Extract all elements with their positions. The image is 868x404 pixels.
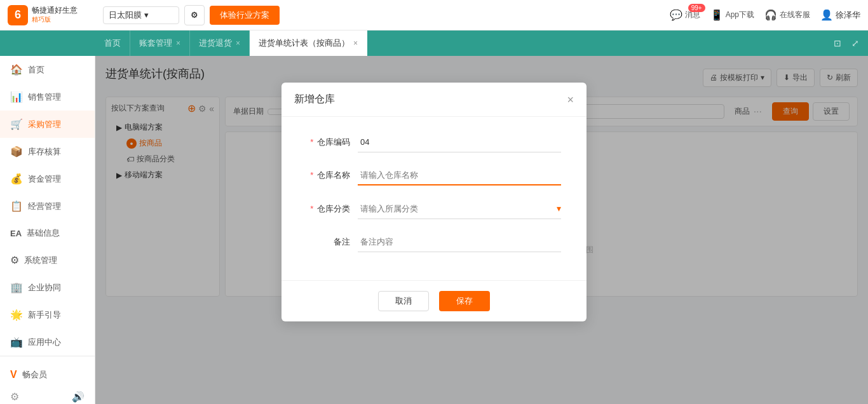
member-icon: V [10,369,17,380]
note-label: 备注 [307,236,358,248]
category-label: * 仓库分类 [307,203,358,215]
settings-button[interactable]: ⚙ [184,5,205,25]
system-icon: ⚙ [10,254,19,266]
tab-purchase-return[interactable]: 进货退货 × [190,30,250,56]
trial-button[interactable]: 体验行业方案 [210,6,280,25]
dialog-footer: 取消 保存 [281,280,587,321]
inventory-icon: 📦 [10,145,23,158]
tab-home[interactable]: 首页 [95,30,130,56]
category-dropdown-icon[interactable]: ▾ [557,203,561,213]
online-service-button[interactable]: 🎧 在线客服 [764,9,810,21]
home-icon: 🏠 [10,64,23,76]
dialog-header: 新增仓库 × [281,83,587,117]
headset-icon: 🎧 [764,9,777,21]
sidebar-item-enterprise[interactable]: 🏢 企业协同 [0,274,95,301]
settings-bottom-icon[interactable]: ⚙ [10,391,19,403]
required-star: * [310,204,313,213]
enterprise-icon: 🏢 [10,281,23,293]
category-field-row: * 仓库分类 ▾ [307,198,561,219]
app-download-label: App下载 [726,10,754,20]
header-right: 💬 消息 99+ 📱 App下载 🎧 在线客服 👤 徐泽华 [670,9,860,21]
app-center-icon: 📺 [10,336,23,348]
name-field-row: * 仓库名称 [307,165,561,185]
tab-account[interactable]: 账套管理 × [130,30,190,56]
store-selector[interactable]: 日太阳膜 ▾ [103,6,179,24]
guide-icon: 🌟 [10,309,23,321]
code-label: * 仓库编码 [307,137,358,148]
sound-icon[interactable]: 🔊 [72,391,85,403]
tab-controls: ⊡ ⤢ [830,37,868,50]
cancel-button[interactable]: 取消 [378,291,429,311]
category-select-wrapper: ▾ [358,198,561,219]
name-input[interactable] [358,165,561,185]
app-download-button[interactable]: 📱 App下载 [710,9,754,21]
notification-badge: 99+ [688,4,705,12]
tab-close-icon[interactable]: × [176,39,180,48]
sales-icon: 📊 [10,91,23,103]
username-label: 徐泽华 [836,10,860,21]
save-button[interactable]: 保存 [439,291,490,311]
sidebar-item-operation[interactable]: 📋 经营管理 [0,192,95,220]
gear-icon: ⚙ [191,10,198,20]
user-avatar-icon: 👤 [820,9,833,21]
tab-close-icon[interactable]: × [236,39,240,48]
dialog-title: 新增仓库 [294,93,335,106]
sidebar-item-purchase[interactable]: 🛒 采购管理 [0,111,95,138]
logo-title: 畅捷通好生意 [32,6,78,16]
tab-purchase-stats[interactable]: 进货单统计表（按商品） × [250,30,367,56]
name-label: * 仓库名称 [307,170,358,181]
tab-expand-icon[interactable]: ⤢ [848,37,863,50]
sidebar-item-app-center[interactable]: 📺 应用中心 [0,328,95,356]
sidebar: 🏠 首页 📊 销售管理 🛒 采购管理 📦 库存核算 💰 资金管理 📋 经营管理 … [0,56,95,404]
chevron-down-icon: ▾ [144,10,149,20]
purchase-icon: 🛒 [10,118,23,130]
nav-tabs: 首页 账套管理 × 进货退货 × 进货单统计表（按商品） × ⊡ ⤢ [0,30,868,56]
logo-sub: 精巧版 [32,15,78,24]
required-star: * [310,137,313,147]
header-middle: 日太阳膜 ▾ ⚙ 体验行业方案 [103,5,670,25]
dialog-close-button[interactable]: × [567,94,574,105]
tab-restore-icon[interactable]: ⊡ [830,37,845,50]
sidebar-item-guide[interactable]: 🌟 新手引导 [0,301,95,328]
logo-area: 6 畅捷通好生意 精巧版 [8,5,103,25]
message-icon: 💬 [670,9,682,21]
sidebar-item-finance[interactable]: 💰 资金管理 [0,165,95,192]
code-input[interactable] [358,132,561,152]
basic-icon: EA [10,229,22,238]
dialog-body: * 仓库编码 * 仓库名称 * 仓库分类 ▾ [281,117,587,280]
top-header: 6 畅捷通好生意 精巧版 日太阳膜 ▾ ⚙ 体验行业方案 💬 消息 99+ 📱 … [0,0,868,30]
store-name: 日太阳膜 [109,10,142,21]
sidebar-item-home[interactable]: 🏠 首页 [0,56,95,83]
logo-icon: 6 [8,5,28,25]
required-star: * [310,170,313,180]
sidebar-item-basic[interactable]: EA 基础信息 [0,220,95,246]
code-field-row: * 仓库编码 [307,132,561,152]
sidebar-item-sales[interactable]: 📊 销售管理 [0,83,95,111]
note-input[interactable] [358,232,561,252]
add-warehouse-dialog: 新增仓库 × * 仓库编码 * 仓库名称 * 仓库分类 [281,83,587,321]
finance-icon: 💰 [10,173,23,185]
operation-icon: 📋 [10,200,23,212]
sidebar-item-system[interactable]: ⚙ 系统管理 [0,246,95,274]
mobile-icon: 📱 [710,9,723,21]
category-input[interactable] [358,198,557,219]
tab-close-icon[interactable]: × [353,39,358,48]
sidebar-item-inventory[interactable]: 📦 库存核算 [0,138,95,165]
message-button[interactable]: 💬 消息 99+ [670,9,700,21]
online-service-label: 在线客服 [780,10,810,20]
user-profile-button[interactable]: 👤 徐泽华 [820,9,860,21]
sidebar-bottom: V 畅会员 ⚙ 🔊 [0,356,95,404]
sidebar-item-member[interactable]: V 畅会员 [0,361,95,388]
note-field-row: 备注 [307,232,561,252]
